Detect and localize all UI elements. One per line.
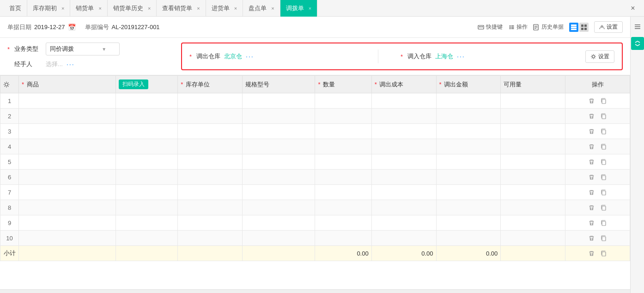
qty-cell[interactable] xyxy=(315,170,371,185)
cost-cell[interactable] xyxy=(371,215,436,231)
tab-sales-order[interactable]: 销货单 × xyxy=(70,0,107,17)
cost-cell[interactable] xyxy=(371,185,436,200)
cost-cell[interactable] xyxy=(371,139,436,154)
delete-icon[interactable] xyxy=(587,233,596,243)
goods-cell[interactable] xyxy=(19,246,116,261)
copy-icon[interactable] xyxy=(599,233,608,243)
qty-cell[interactable] xyxy=(315,185,371,200)
tab-inventory-check[interactable]: 盘点单 × xyxy=(243,0,280,17)
copy-icon[interactable] xyxy=(599,172,608,182)
qty-cell[interactable] xyxy=(315,124,371,139)
delete-icon[interactable] xyxy=(587,249,596,258)
delete-icon[interactable] xyxy=(587,203,596,212)
delete-icon[interactable] xyxy=(587,218,596,227)
copy-icon[interactable] xyxy=(599,188,608,197)
amount-cell[interactable] xyxy=(436,215,501,231)
cost-cell[interactable] xyxy=(371,93,436,109)
amount-cell[interactable] xyxy=(436,154,501,170)
person-input[interactable]: 选择... xyxy=(46,60,63,68)
business-type-select[interactable]: 同价调拨 ▼ xyxy=(46,43,120,55)
tab-sales-order-close[interactable]: × xyxy=(98,6,101,11)
qty-cell[interactable] xyxy=(315,139,371,154)
tab-sales-history[interactable]: 销货单历史 × xyxy=(108,0,157,17)
amount-cell[interactable] xyxy=(436,139,501,154)
delete-icon[interactable] xyxy=(587,96,596,105)
goods-cell[interactable] xyxy=(19,185,116,200)
delete-icon[interactable] xyxy=(587,172,596,182)
goods-cell[interactable] xyxy=(19,93,116,109)
copy-icon[interactable] xyxy=(599,127,608,136)
cost-cell[interactable] xyxy=(371,109,436,124)
tab-view-sales-close[interactable]: × xyxy=(197,6,200,11)
amount-cell[interactable] xyxy=(436,170,501,185)
qty-cell[interactable] xyxy=(315,93,371,109)
qty-cell[interactable] xyxy=(315,231,371,246)
transfer-out-more-btn[interactable]: ··· xyxy=(246,53,254,60)
delete-icon[interactable] xyxy=(587,188,596,197)
copy-icon[interactable] xyxy=(599,96,608,105)
tab-purchase-order[interactable]: 进货单 × xyxy=(206,0,243,17)
copy-icon[interactable] xyxy=(599,157,608,166)
copy-icon[interactable] xyxy=(599,203,608,212)
th-settings[interactable] xyxy=(0,76,19,93)
tab-view-sales[interactable]: 查看销货单 × xyxy=(157,0,206,17)
copy-icon[interactable] xyxy=(599,111,608,121)
cost-cell[interactable] xyxy=(371,170,436,185)
cost-cell[interactable] xyxy=(371,200,436,215)
shortcut-button[interactable]: 快捷键 xyxy=(478,23,503,31)
tab-purchase-order-close[interactable]: × xyxy=(234,6,237,11)
goods-cell[interactable] xyxy=(19,231,116,246)
transfer-in-more-btn[interactable]: ··· xyxy=(457,53,465,60)
delete-icon[interactable] xyxy=(587,157,596,166)
goods-cell[interactable] xyxy=(19,200,116,215)
qty-cell[interactable] xyxy=(315,109,371,124)
person-more-btn[interactable]: ··· xyxy=(67,61,75,68)
tab-transfer-order-close[interactable]: × xyxy=(309,6,311,11)
window-close-button[interactable]: × xyxy=(626,0,640,17)
view-toggle-grid[interactable] xyxy=(579,23,589,32)
copy-icon[interactable] xyxy=(599,249,608,258)
setting-button[interactable]: 设置 xyxy=(594,21,623,33)
goods-cell[interactable] xyxy=(19,170,116,185)
delete-icon[interactable] xyxy=(587,127,596,136)
goods-cell[interactable] xyxy=(19,109,116,124)
amount-cell[interactable] xyxy=(436,185,501,200)
tab-sales-history-close[interactable]: × xyxy=(148,6,151,11)
right-tool-list[interactable] xyxy=(631,20,644,33)
amount-cell[interactable] xyxy=(436,93,501,109)
goods-cell[interactable] xyxy=(19,215,116,231)
goods-cell[interactable] xyxy=(19,154,116,170)
tab-home[interactable]: 首页 xyxy=(4,0,27,17)
qty-cell[interactable] xyxy=(315,200,371,215)
tab-inventory-init-close[interactable]: × xyxy=(61,6,64,11)
cost-cell[interactable] xyxy=(371,124,436,139)
bottom-scrollbar[interactable] xyxy=(0,289,630,293)
cost-cell[interactable] xyxy=(371,154,436,170)
right-tool-expand[interactable] xyxy=(631,37,644,50)
th-scan[interactable]: 扫码录入 xyxy=(115,76,178,93)
operations-button[interactable]: 操作 xyxy=(508,23,528,31)
tab-inventory-check-close[interactable]: × xyxy=(271,6,274,11)
scan-button[interactable]: 扫码录入 xyxy=(119,79,148,89)
qty-cell[interactable] xyxy=(315,215,371,231)
history-button[interactable]: 历史单据 xyxy=(533,23,564,31)
view-toggle-list[interactable] xyxy=(569,23,578,32)
copy-icon[interactable] xyxy=(599,218,608,227)
amount-cell[interactable] xyxy=(436,231,501,246)
tab-inventory-init[interactable]: 库存期初 × xyxy=(27,0,70,17)
calendar-icon[interactable]: 📅 xyxy=(68,24,76,31)
amount-cell[interactable] xyxy=(436,200,501,215)
cost-cell[interactable] xyxy=(371,231,436,246)
qty-cell[interactable] xyxy=(315,154,371,170)
delete-icon[interactable] xyxy=(587,111,596,121)
goods-cell[interactable] xyxy=(19,124,116,139)
amount-cell[interactable] xyxy=(436,109,501,124)
amount-cell[interactable] xyxy=(436,124,501,139)
goods-cell[interactable] xyxy=(19,139,116,154)
warehouse-gear-button[interactable]: 设置 xyxy=(585,50,614,63)
transfer-in-value[interactable]: 上海仓 xyxy=(435,52,453,61)
delete-icon[interactable] xyxy=(587,142,596,151)
copy-icon[interactable] xyxy=(599,142,608,151)
transfer-out-value[interactable]: 北京仓 xyxy=(224,52,242,61)
tab-transfer-order[interactable]: 调拨单 × xyxy=(280,0,317,17)
